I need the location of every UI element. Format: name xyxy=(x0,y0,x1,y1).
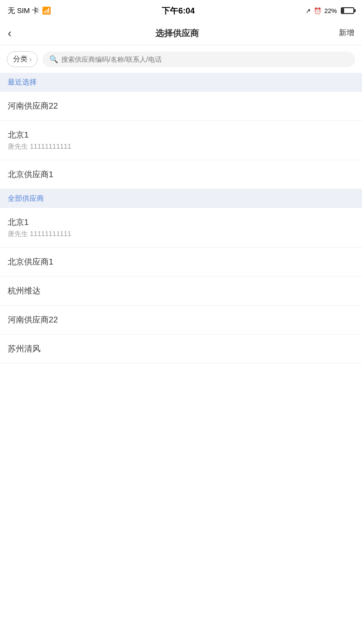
location-icon: ↗ xyxy=(306,7,311,14)
search-box: 🔍 xyxy=(42,52,355,67)
list-item-name: 北京1 xyxy=(8,129,354,140)
status-time: 下午6:04 xyxy=(162,5,195,16)
list-item-all-3[interactable]: 河南供应商22 xyxy=(0,306,362,335)
list-item-name: 苏州清风 xyxy=(8,343,354,354)
list-item-recent-1[interactable]: 北京1唐先生 11111111111 xyxy=(0,121,362,160)
list-item-all-0[interactable]: 北京1唐先生 11111111111 xyxy=(0,208,362,248)
list-item-all-2[interactable]: 杭州维达 xyxy=(0,277,362,306)
list-item-recent-2[interactable]: 北京供应商1 xyxy=(0,160,362,189)
page-title: 选择供应商 xyxy=(15,28,339,39)
category-filter-button[interactable]: 分类 › xyxy=(7,51,38,67)
list-item-name: 北京供应商1 xyxy=(8,256,354,267)
list-item-sub: 唐先生 11111111111 xyxy=(8,142,354,151)
list-item-name: 北京1 xyxy=(8,217,354,228)
category-label: 分类 xyxy=(13,55,28,64)
status-right: ↗ ⏰ 22% xyxy=(306,7,354,14)
section-header-all: 全部供应商 xyxy=(0,189,362,208)
list-item-name: 杭州维达 xyxy=(8,285,354,296)
supplier-list: 最近选择河南供应商22北京1唐先生 11111111111北京供应商1全部供应商… xyxy=(0,73,362,364)
add-button[interactable]: 新增 xyxy=(339,28,354,38)
alarm-icon: ⏰ xyxy=(314,7,321,14)
list-item-name: 河南供应商22 xyxy=(8,314,354,325)
list-item-sub: 唐先生 11111111111 xyxy=(8,230,354,238)
filter-bar: 分类 › 🔍 xyxy=(0,45,362,73)
nav-bar: ‹ 选择供应商 新增 xyxy=(0,21,362,45)
battery-icon xyxy=(341,7,354,14)
status-left: 无 SIM 卡 📶 xyxy=(8,6,51,15)
section-header-recent: 最近选择 xyxy=(0,73,362,92)
search-icon: 🔍 xyxy=(49,55,58,64)
section-header-text-recent: 最近选择 xyxy=(8,78,37,86)
list-item-name: 北京供应商1 xyxy=(8,169,354,180)
list-item-recent-0[interactable]: 河南供应商22 xyxy=(0,92,362,121)
section-header-text-all: 全部供应商 xyxy=(8,194,44,202)
wifi-icon: 📶 xyxy=(42,6,51,15)
status-bar: 无 SIM 卡 📶 下午6:04 ↗ ⏰ 22% xyxy=(0,0,362,21)
list-item-all-1[interactable]: 北京供应商1 xyxy=(0,248,362,277)
back-button[interactable]: ‹ xyxy=(8,25,15,42)
no-sim-text: 无 SIM 卡 xyxy=(8,6,39,15)
battery-percent: 22% xyxy=(324,7,337,14)
search-input[interactable] xyxy=(61,56,348,63)
list-item-name: 河南供应商22 xyxy=(8,100,354,112)
list-item-all-4[interactable]: 苏州清风 xyxy=(0,335,362,364)
chevron-right-icon: › xyxy=(29,56,31,63)
